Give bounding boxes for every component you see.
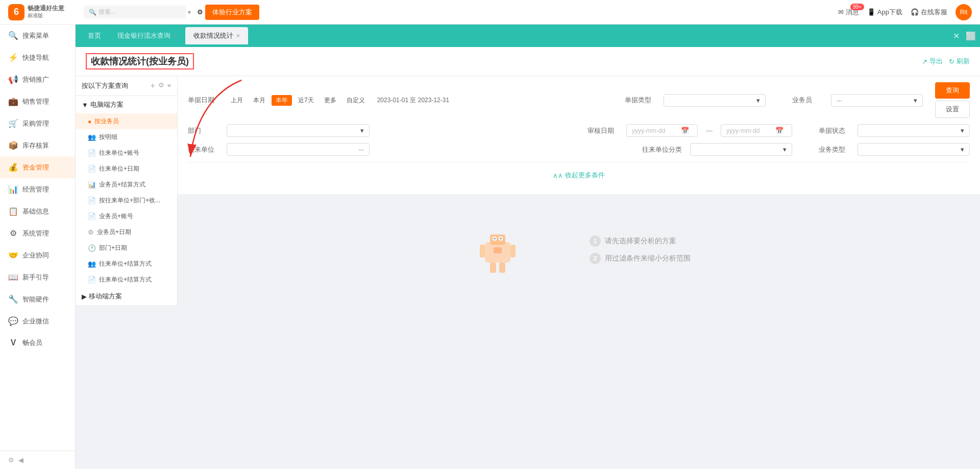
sidebar-item-quicknav[interactable]: ⚡ 快捷导航 [0,46,75,68]
filter-label-docstatus: 单据状态 [819,126,849,135]
tab-receipt-stats[interactable]: 收款情况统计 × [185,27,248,44]
sidebar-item-management[interactable]: 📊 经营管理 [0,178,75,200]
scheme-icon-sa: 📄 [88,213,96,220]
scheme-group-desktop[interactable]: ▼ 电脑端方案 [76,96,177,113]
filter-select-dept[interactable]: ▾ [227,124,370,137]
sidebar-item-purchase[interactable]: 🛒 采购管理 [0,112,75,134]
sidebar-collapse-icon[interactable]: ◀ [18,456,23,464]
scheme-item-label-bcd: 按往来单位+部门+收... [99,196,160,205]
scheme-item-by-counterpart-dept[interactable]: 📄 按往来单位+部门+收... [76,193,177,208]
sidebar-label-purchase: 采购管理 [22,119,49,128]
nav-search[interactable]: 🔍 搜索... [84,6,186,18]
scheme-item-salesman-settle[interactable]: 📊 业务员+结算方式 [76,177,177,193]
scheme-item-dept-date[interactable]: 🕐 部门+日期 [76,240,177,256]
filter-select-biztype[interactable]: ▾ [857,143,970,156]
robot-illustration [467,219,528,280]
content-main: 单据日期 上月 本月 本年 近7天 更多 自定义 2023-01-01 至 20… [178,76,980,305]
tab-close-receipt[interactable]: × [236,32,240,39]
app-download-btn[interactable]: 📱 App下载 [867,8,902,17]
logo-area: 6 畅捷通好生意 标准版 [8,4,84,20]
scheme-icon-detail: 👥 [88,133,96,141]
sidebar-label-member: 畅会员 [22,338,42,347]
scheme-item-salesman-date[interactable]: ⚙ 业务员+日期 [76,224,177,240]
filter-select-docstatus[interactable]: ▾ [857,124,970,137]
scheme-add-btn[interactable]: + [150,81,155,90]
review-date-start[interactable]: yyyy-mm-dd 📅 [626,124,698,137]
page-header: 收款情况统计(按业务员) ↗ 导出 ↻ 刷新 [76,47,980,76]
sidebar-item-search[interactable]: 🔍 搜索菜单 [0,25,75,46]
counterpart-cat-dropdown: ▾ [783,146,787,153]
counterpart-ellipsis: ··· [358,146,364,153]
scheme-item-detail[interactable]: 👥 按明细 [76,129,177,145]
tab-bank-flow[interactable]: 现金银行流水查询 × [109,27,185,44]
scheme-group-mobile[interactable]: ▶ 移动端方案 [76,288,177,305]
scheme-collapse-btn[interactable]: « [167,81,171,90]
scheme-item-counterpart-account[interactable]: 📄 往来单位+账号 [76,145,177,161]
hardware-icon: 🔧 [8,294,18,304]
review-date-start-input[interactable]: yyyy-mm-dd [632,127,678,134]
filter-salesman-dropdown-icon: ▾ [914,97,917,104]
filter-select-counterpart-cat[interactable]: ▾ [690,143,792,156]
sidebar-item-marketing[interactable]: 📢 营销推广 [0,68,75,90]
filter-label-type: 单据类型 [625,96,655,105]
sidebar-item-hardware[interactable]: 🔧 智能硬件 [0,288,75,310]
scheme-settings-btn[interactable]: ⚙ [158,81,164,90]
date-tab-this-year[interactable]: 本年 [272,95,292,106]
export-button[interactable]: ↗ 导出 [922,57,943,66]
hint-text-1: 请先选择要分析的方案 [605,237,676,246]
date-tab-this-month[interactable]: 本月 [249,95,270,106]
scheme-item-counterpart-settle2[interactable]: 📄 往来单位+结算方式 [76,272,177,288]
purchase-icon: 🛒 [8,119,18,128]
refresh-button[interactable]: ↻ 刷新 [949,57,970,66]
scheme-item-by-salesman[interactable]: ● 按业务员 [76,113,177,129]
group-expand-icon: ▼ [82,101,88,109]
collapse-filters-btn[interactable]: ∧∧ 收起更多条件 [549,167,609,184]
date-tab-7days[interactable]: 近7天 [294,95,318,106]
date-tab-custom[interactable]: 自定义 [342,95,369,106]
scheme-item-label-salesman: 按业务员 [94,117,119,126]
user-avatar[interactable]: Rit [955,4,972,20]
date-tab-last-month[interactable]: 上月 [227,95,247,106]
set-button[interactable]: 设置 [935,101,970,118]
sidebar-item-inventory[interactable]: 📦 库存核算 [0,134,75,156]
message-icon: ✉ [838,8,844,16]
filter-select-counterpart[interactable]: ··· [227,143,370,156]
docstatus-dropdown-icon: ▾ [961,127,964,134]
date-tab-more[interactable]: 更多 [320,95,340,106]
settings-gear[interactable]: ⚙ [197,8,203,16]
sidebar-item-member[interactable]: V 畅会员 [0,332,75,354]
sidebar-item-collab[interactable]: 🤝 企业协同 [0,244,75,266]
scheme-item-counterpart-date[interactable]: 📄 往来单位+日期 [76,161,177,177]
scheme-icon-dd: 🕐 [88,244,96,252]
sidebar-item-system[interactable]: ⚙ 系统管理 [0,222,75,244]
tab-maximize[interactable]: ⬜ [966,31,976,41]
online-service-btn[interactable]: 🎧 在线客服 [911,8,947,17]
sidebar-settings-icon[interactable]: ⚙ [8,456,14,464]
review-date-cal-icon2[interactable]: 📅 [775,127,783,134]
tab-home[interactable]: 首页 [80,27,109,44]
filter-select-salesman[interactable]: ··· ▾ [831,94,923,107]
scheme-item-counterpart-settle1[interactable]: 👥 往来单位+结算方式 [76,256,177,272]
nav-dropdown-icon[interactable]: ▾ [188,9,191,16]
trial-button[interactable]: 体验行业方案 [205,5,259,20]
biztype-dropdown: ▾ [961,146,964,153]
online-service-label: 在线客服 [921,8,947,17]
sidebar-item-basic[interactable]: 📋 基础信息 [0,200,75,222]
sidebar-item-guide[interactable]: 📖 新手引导 [0,266,75,288]
group-label-mobile: 移动端方案 [89,292,122,301]
message-btn[interactable]: ✉ 消息 99+ [838,8,859,17]
sidebar-item-sales[interactable]: 💼 销售管理 [0,90,75,112]
review-date-end-input[interactable]: yyyy-mm-dd [726,127,772,134]
scheme-item-salesman-account[interactable]: 📄 业务员+账号 [76,208,177,224]
filter-select-type[interactable]: ▾ [664,94,766,107]
review-date-end[interactable]: yyyy-mm-dd 📅 [721,124,792,137]
svg-rect-9 [499,263,505,273]
tab-close-bank[interactable]: × [174,32,177,39]
query-button[interactable]: 查询 [935,82,970,99]
sidebar-item-finance[interactable]: 💰 资金管理 [0,156,75,178]
sidebar-item-wechat[interactable]: 💬 企业微信 [0,310,75,332]
review-date-cal-icon[interactable]: 📅 [681,127,689,134]
dept-dropdown-icon: ▾ [360,127,364,134]
sidebar-label-management: 经营管理 [22,185,49,194]
tab-close-window[interactable]: ✕ [953,31,960,41]
